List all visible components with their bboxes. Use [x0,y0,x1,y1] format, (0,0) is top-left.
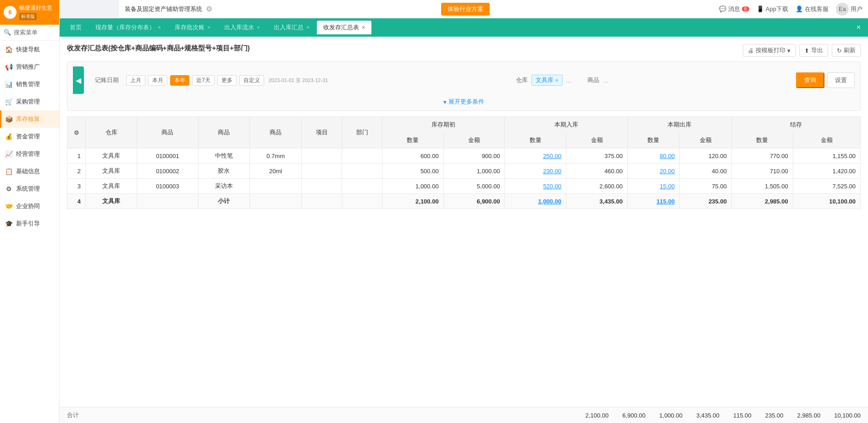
tab-recv-summary[interactable]: 收发存汇总表 × [317,21,371,34]
tab-home[interactable]: 首页 [63,21,88,34]
quicknav-icon: 🏠 [5,46,12,53]
row2-num: 2 [67,164,86,179]
warehouse-tag-text: 文具库 [536,76,553,84]
search-menu[interactable]: 🔍 搜索菜单 [0,25,59,41]
collapse-btn[interactable]: ◀ [73,66,84,94]
refresh-icon: ↻ [837,47,842,54]
sidebar-item-collab[interactable]: 🤝 企业协同 [0,198,59,215]
sidebar-label-system: 系统管理 [16,185,40,193]
row4-out-qty[interactable]: 115.00 [627,194,680,209]
sidebar-item-basic[interactable]: 📋 基础信息 [0,163,59,180]
sidebar-item-marketing[interactable]: 📢 营销推广 [0,58,59,76]
warehouse-dots[interactable]: ... [566,77,571,84]
tab-recv-summary-close[interactable]: × [362,24,365,31]
row1-in-qty[interactable]: 250.00 [505,148,566,164]
footer-init-amt: 6,900.00 [622,412,646,419]
export-icon: ⬆ [804,47,809,54]
date-more[interactable]: 更多 [217,75,237,86]
date-7days[interactable]: 近7天 [192,75,215,86]
row2-out-qty[interactable]: 20.00 [627,164,680,179]
warehouse-tag-close[interactable]: × [555,77,558,83]
sidebar-item-sales[interactable]: 📊 销售管理 [0,76,59,93]
sidebar-label-finance: 资金管理 [16,132,40,141]
app-download-label: App下载 [766,5,788,13]
tab-inout-summary[interactable]: 出入库汇总 × [267,21,316,34]
tab-inout-summary-label: 出入库汇总 [274,23,304,32]
search-menu-label: 搜索菜单 [14,28,38,37]
config-icon[interactable]: ⚙ [206,5,212,13]
row3-out-qty[interactable]: 15.00 [627,179,680,194]
try-btn[interactable]: 体验行业方案 [441,3,490,16]
date-prev-month[interactable]: 上月 [126,75,145,86]
system-icon: ⚙ [5,185,12,192]
footer-in-qty: 1,000.00 [659,412,683,419]
tab-batch-close[interactable]: × [207,24,210,31]
message-action[interactable]: 💬 消息 6 [719,5,749,13]
row4-out-amt: 235.00 [680,194,732,209]
sidebar-item-guide[interactable]: 🎓 新手引导 [0,215,59,232]
print-label: 按模板打印 [756,46,785,55]
row4-bal-amt: 10,100.00 [793,194,860,209]
expand-btn[interactable]: ▾ 展开更多条件 [443,98,484,106]
goods-dots[interactable]: ... [603,77,608,84]
tab-flow[interactable]: 出入库流水 × [218,21,266,34]
avatar: Ea [836,3,849,16]
sidebar-item-management[interactable]: 📈 经营管理 [0,145,59,163]
sidebar-item-quicknav[interactable]: 🏠 快捷导航 [0,41,59,58]
row4-init-qty: 2,100.00 [382,194,443,209]
row2-in-qty[interactable]: 230.00 [505,164,566,179]
row4-code [137,194,199,209]
tab-close-all[interactable]: × [853,23,864,32]
sidebar-item-finance[interactable]: 💰 资金管理 [0,128,59,145]
th-settings[interactable]: ⚙ [67,117,86,148]
sidebar-item-purchase[interactable]: 🛒 采购管理 [0,93,59,110]
warehouse-filter: 仓库 文具库 × ... [516,75,571,86]
tab-flow-label: 出入库流水 [224,23,254,32]
th-init-stock: 库存期初 [382,117,505,133]
tab-inventory-dist[interactable]: 现存量（库存分布表） × [89,21,167,34]
tab-inventory-dist-close[interactable]: × [158,24,161,31]
date-cur-month[interactable]: 本月 [148,75,167,86]
online-service-action[interactable]: 👤 在线客服 [796,5,829,13]
row2-code: 0100002 [137,164,199,179]
tab-inout-summary-close[interactable]: × [306,24,310,31]
tab-flow-close[interactable]: × [257,24,260,31]
sidebar-item-system[interactable]: ⚙ 系统管理 [0,180,59,198]
topbar: 装备及固定资产辅助管理系统 ⚙ 体验行业方案 💬 消息 6 📱 App下载 👤 … [119,0,868,18]
sidebar-item-inventory[interactable]: 📦 库存核算 [0,110,59,128]
row2-spec: 20ml [249,164,301,179]
page-title: 收发存汇总表(按仓库+商品编码+商品+规格型号+项目+部门) [67,44,250,53]
user-action[interactable]: Ea 用户 [836,3,862,16]
sidebar-label-marketing: 营销推广 [16,63,40,71]
row3-bal-amt: 7,525.00 [793,179,860,194]
date-custom[interactable]: 自定义 [239,75,264,86]
export-label: 导出 [811,46,823,55]
purchase-icon: 🛒 [5,98,12,105]
filter-bar: ◀ 记账日期 上月 本月 本年 近7天 更多 自定义 2023-01-01 至 … [67,61,861,111]
row3-out-amt: 75.00 [680,179,732,194]
set-btn[interactable]: 设置 [827,72,855,88]
print-btn[interactable]: 🖨 按模板打印 ▾ [743,44,796,57]
sidebar-label-basic: 基础信息 [16,167,40,176]
edition-badge: 标准版 [19,13,37,20]
finance-icon: 💰 [5,133,12,140]
row1-out-qty[interactable]: 80.00 [627,148,680,164]
th-balance: 结存 [731,117,860,133]
row4-in-qty[interactable]: 1,000.00 [505,194,566,209]
export-btn[interactable]: ⬆ 导出 [799,44,828,57]
row3-in-qty[interactable]: 520.00 [505,179,566,194]
tab-batch[interactable]: 库存批次账 × [168,21,217,34]
table-row: 1 文具库 0100001 中性笔 0.7mm 600.00 900.00 25… [67,148,861,164]
th-bal-qty: 数量 [731,132,793,148]
query-btn[interactable]: 查询 [796,72,824,88]
app-download-action[interactable]: 📱 App下载 [757,5,788,13]
row2-bal-amt: 1,420.00 [793,164,860,179]
tab-home-label: 首页 [70,23,82,32]
th-bal-amt: 金额 [793,132,860,148]
row1-bal-qty: 770.00 [731,148,793,164]
refresh-btn[interactable]: ↻ 刷新 [832,44,861,57]
row1-warehouse: 文具库 [86,148,137,164]
warehouse-tag[interactable]: 文具库 × [531,75,562,86]
date-cur-year[interactable]: 本年 [170,75,189,86]
th-init-amt: 金额 [443,132,505,148]
